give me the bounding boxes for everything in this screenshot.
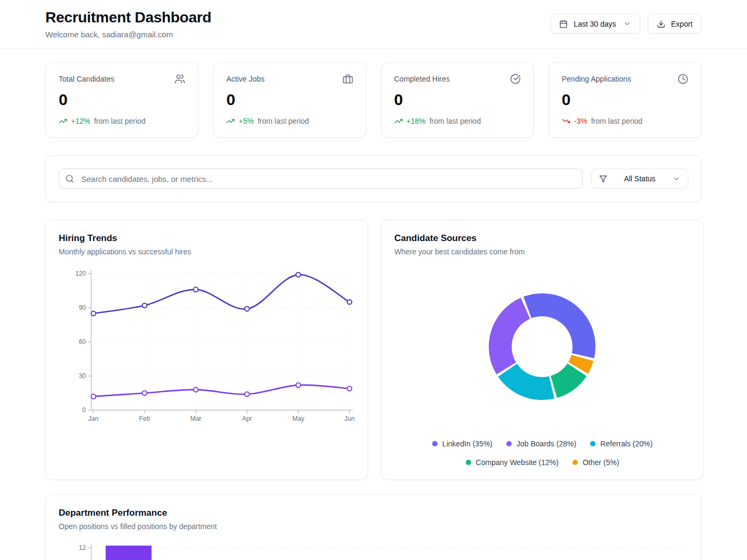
- chart-subtitle: Monthly applications vs successful hires: [59, 247, 355, 256]
- legend-label: LinkedIn (35%): [442, 439, 492, 448]
- stat-label: Pending Applications: [562, 75, 631, 83]
- legend-label: Other (5%): [583, 458, 619, 467]
- legend-item: Company Website (12%): [466, 458, 559, 467]
- header-titles: Recruitment Dashboard Welcome back, sadi…: [45, 9, 211, 39]
- main-content: Total Candidates 0 +12% from last period…: [0, 49, 747, 560]
- clock-icon: [678, 74, 688, 84]
- legend-item: Job Boards (28%): [506, 439, 576, 448]
- hiring-trends-card: Hiring Trends Monthly applications vs su…: [45, 220, 368, 480]
- export-button[interactable]: Export: [648, 14, 702, 34]
- stat-delta-value: +5%: [239, 117, 253, 125]
- candidate-sources-card: Candidate Sources Where your best candid…: [381, 220, 704, 480]
- header-controls: Last 30 days Export: [550, 14, 702, 34]
- stat-label: Completed Hires: [394, 75, 450, 83]
- chart-title: Department Performance: [59, 508, 688, 518]
- stat-label: Active Jobs: [226, 75, 265, 83]
- department-performance-chart: 12: [59, 541, 688, 560]
- donut-chart-canvas: [394, 261, 690, 432]
- stat-label: Total Candidates: [59, 75, 114, 83]
- briefcase-icon: [343, 74, 353, 84]
- svg-text:30: 30: [79, 372, 86, 380]
- search-filter-bar: All Status: [45, 155, 702, 202]
- chart-title: Candidate Sources: [394, 233, 690, 244]
- export-label: Export: [671, 20, 693, 28]
- svg-text:12: 12: [79, 544, 86, 551]
- svg-text:Jan: Jan: [88, 415, 98, 422]
- charts-row: Hiring Trends Monthly applications vs su…: [45, 220, 702, 480]
- stat-delta-suffix: from last period: [94, 117, 145, 125]
- svg-text:May: May: [292, 415, 305, 422]
- legend-label: Referrals (20%): [600, 439, 653, 448]
- legend-dot: [432, 441, 438, 446]
- legend-label: Job Boards (28%): [516, 439, 576, 448]
- svg-text:Apr: Apr: [242, 415, 252, 422]
- stat-value: 0: [59, 91, 185, 109]
- stat-value: 0: [226, 91, 353, 109]
- bar-chart-canvas: 12: [59, 541, 689, 560]
- stat-delta-value: +18%: [407, 117, 426, 125]
- trending-up-icon: [226, 117, 235, 125]
- chevron-down-icon: [672, 175, 680, 183]
- stat-delta-suffix: from last period: [591, 117, 642, 125]
- users-icon: [174, 74, 185, 84]
- svg-text:120: 120: [75, 270, 86, 277]
- stat-value: 0: [394, 91, 521, 109]
- svg-text:Feb: Feb: [139, 415, 150, 422]
- legend-dot: [466, 460, 471, 465]
- candidate-sources-chart: LinkedIn (35%)Job Boards (28%)Referrals …: [394, 261, 690, 467]
- stat-delta-value: +12%: [71, 117, 90, 125]
- line-chart-canvas: 0306090120JanFebMarAprMayJun: [59, 267, 355, 427]
- legend-item: Referrals (20%): [590, 439, 653, 448]
- legend-dot: [590, 441, 595, 446]
- search-input[interactable]: [59, 169, 583, 189]
- search-field-wrap: [59, 169, 583, 189]
- stat-card-active-jobs: Active Jobs 0 +5% from last period: [213, 62, 366, 138]
- stat-card-completed-hires: Completed Hires 0 +18% from last period: [381, 62, 534, 138]
- stat-value: 0: [562, 91, 688, 109]
- trending-up-icon: [59, 117, 67, 125]
- trending-down-icon: [562, 117, 570, 125]
- check-circle-icon: [510, 74, 521, 84]
- date-range-dropdown[interactable]: Last 30 days: [550, 14, 640, 34]
- stats-row: Total Candidates 0 +12% from last period…: [45, 62, 702, 138]
- hiring-trends-chart: 0306090120JanFebMarAprMayJun: [59, 267, 355, 427]
- page-title: Recruitment Dashboard: [45, 9, 211, 26]
- svg-text:Jun: Jun: [344, 415, 354, 422]
- page-header: Recruitment Dashboard Welcome back, sadi…: [0, 0, 747, 49]
- stat-delta-value: -3%: [574, 117, 587, 125]
- status-filter-dropdown[interactable]: All Status: [591, 169, 688, 189]
- status-filter-label: All Status: [607, 174, 672, 183]
- svg-text:60: 60: [79, 338, 86, 346]
- download-icon: [657, 20, 665, 28]
- legend-item: Other (5%): [573, 458, 619, 467]
- stat-delta-suffix: from last period: [258, 117, 309, 125]
- chart-subtitle: Open positions vs filled positions by de…: [59, 522, 688, 531]
- stat-card-pending-applications: Pending Applications 0 -3% from last per…: [549, 62, 702, 138]
- legend-label: Company Website (12%): [476, 458, 559, 467]
- legend-dot: [506, 441, 512, 446]
- calendar-icon: [559, 20, 568, 28]
- chart-subtitle: Where your best candidates come from: [394, 247, 690, 256]
- search-icon: [65, 174, 74, 183]
- trending-up-icon: [394, 117, 403, 125]
- legend-item: LinkedIn (35%): [432, 439, 492, 448]
- department-performance-card: Department Performance Open positions vs…: [45, 494, 702, 560]
- stat-delta-suffix: from last period: [430, 117, 481, 125]
- svg-text:Mar: Mar: [190, 415, 202, 422]
- date-range-label: Last 30 days: [574, 20, 616, 28]
- legend-dot: [573, 460, 578, 465]
- svg-text:90: 90: [79, 304, 86, 311]
- chart-title: Hiring Trends: [59, 233, 355, 244]
- chevron-down-icon: [623, 20, 631, 28]
- donut-legend: LinkedIn (35%)Job Boards (28%)Referrals …: [394, 439, 690, 467]
- filter-icon: [599, 175, 607, 183]
- welcome-text: Welcome back, sadiara@gmail.com: [45, 30, 211, 39]
- svg-text:0: 0: [82, 406, 86, 414]
- stat-card-total-candidates: Total Candidates 0 +12% from last period: [45, 62, 198, 138]
